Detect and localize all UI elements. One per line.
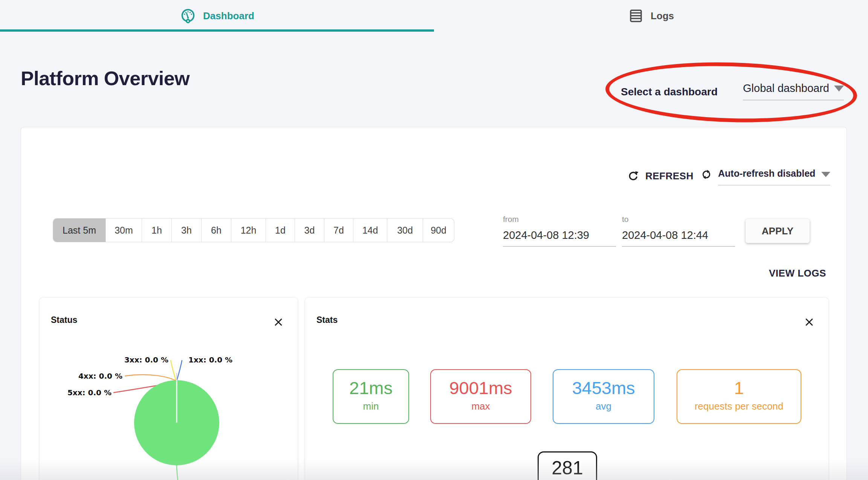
time-range-3h[interactable]: 3h xyxy=(171,219,201,242)
auto-refresh-icon xyxy=(700,168,713,181)
date-from-field: from xyxy=(503,215,616,247)
auto-refresh-select[interactable]: Auto-refresh disabled xyxy=(700,168,830,185)
tabbar: Dashboard Logs xyxy=(0,0,868,32)
stat-total: 281 total xyxy=(538,451,597,480)
stat-rps-label: requests per second xyxy=(695,401,784,412)
stats-card-title: Stats xyxy=(316,315,338,325)
tab-logs-label: Logs xyxy=(651,10,674,22)
date-to-field: to xyxy=(622,215,735,247)
stat-max: 9001ms max xyxy=(430,369,531,424)
active-tab-indicator xyxy=(0,29,434,32)
auto-refresh-label: Auto-refresh disabled xyxy=(718,168,815,179)
apply-button[interactable]: APPLY xyxy=(746,219,810,243)
dashboard-select-value: Global dashboard xyxy=(743,82,829,95)
stat-avg-value: 3453ms xyxy=(572,379,635,397)
pie-label-1xx: 1xx: 0.0 % xyxy=(188,355,232,364)
stat-min-label: min xyxy=(363,401,379,412)
stat-rps-value: 1 xyxy=(734,379,744,397)
dashboard-gauge-icon xyxy=(180,8,196,24)
close-icon[interactable] xyxy=(804,316,815,328)
status-pie-chart: 3xx: 0.0 % 1xx: 0.0 % 4xx: 0.0 % 5xx: 0.… xyxy=(40,298,298,480)
stat-avg: 3453ms avg xyxy=(553,369,654,424)
time-range-3d[interactable]: 3d xyxy=(295,219,324,242)
time-range-30d[interactable]: 30d xyxy=(387,219,423,242)
time-range-7d[interactable]: 7d xyxy=(324,219,353,242)
stat-max-label: max xyxy=(471,401,490,412)
auto-refresh-underline: Auto-refresh disabled xyxy=(718,168,830,185)
time-range-last-5m[interactable]: Last 5m xyxy=(53,219,105,242)
refresh-button[interactable]: REFRESH xyxy=(627,170,694,182)
time-range-1h[interactable]: 1h xyxy=(142,219,171,242)
tab-logs[interactable]: Logs xyxy=(434,0,868,32)
view-logs-link[interactable]: VIEW LOGS xyxy=(769,268,826,279)
chevron-down-icon xyxy=(834,86,844,92)
stat-total-value: 281 xyxy=(552,459,583,477)
time-range-group: Last 5m 30m 1h 3h 6h 12h 1d 3d 7d 14d 30… xyxy=(53,219,454,242)
time-range-6h[interactable]: 6h xyxy=(201,219,231,242)
pie-label-4xx: 4xx: 0.0 % xyxy=(78,371,122,381)
status-card: Status 3xx: 0.0 % 1xx: 0.0 % 4xx: 0.0 % … xyxy=(39,297,298,480)
logs-list-icon xyxy=(628,8,644,24)
time-range-30m[interactable]: 30m xyxy=(105,219,142,242)
date-to-label: to xyxy=(622,215,735,224)
stats-card: Stats 21ms min 9001ms max 3453ms avg 1 r… xyxy=(305,297,829,480)
time-range-90d[interactable]: 90d xyxy=(423,219,454,242)
refresh-label: REFRESH xyxy=(645,170,694,182)
stat-max-value: 9001ms xyxy=(449,379,512,397)
date-to-input[interactable] xyxy=(622,229,735,247)
dashboard-select[interactable]: Global dashboard xyxy=(743,82,844,100)
date-from-label: from xyxy=(503,215,616,224)
stat-min-value: 21ms xyxy=(349,379,393,397)
pie-label-3xx: 3xx: 0.0 % xyxy=(124,355,168,364)
stat-requests-per-second: 1 requests per second xyxy=(677,369,801,424)
page-title: Platform Overview xyxy=(21,67,189,90)
dashboard-selector-label: Select a dashboard xyxy=(621,86,718,98)
time-range-12h[interactable]: 12h xyxy=(231,219,266,242)
pie-label-5xx: 5xx: 0.0 % xyxy=(67,388,112,397)
chevron-down-icon xyxy=(821,172,830,177)
refresh-icon xyxy=(627,170,640,182)
stat-avg-label: avg xyxy=(596,401,611,412)
dashboard-panel: REFRESH Auto-refresh disabled Last 5m 30… xyxy=(21,127,847,480)
tab-dashboard-label: Dashboard xyxy=(203,10,254,22)
stat-min: 21ms min xyxy=(333,369,409,424)
tab-dashboard[interactable]: Dashboard xyxy=(0,0,434,32)
date-from-input[interactable] xyxy=(503,229,616,247)
time-range-1d[interactable]: 1d xyxy=(266,219,295,242)
time-range-14d[interactable]: 14d xyxy=(353,219,387,242)
